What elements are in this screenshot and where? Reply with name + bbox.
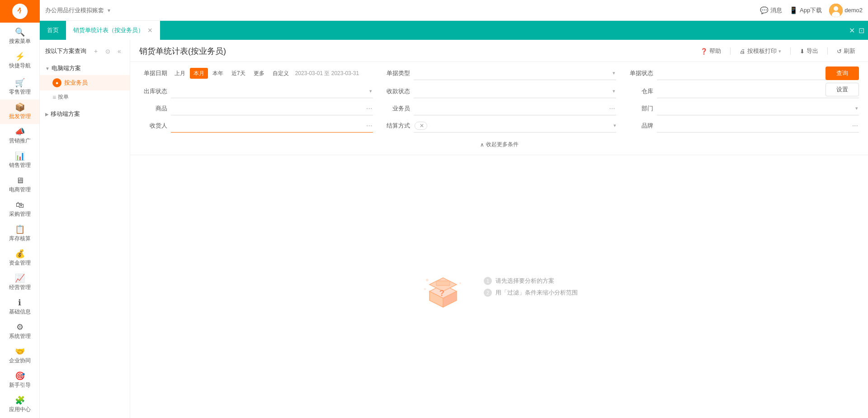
pc-chevron: ▼ [45, 66, 50, 71]
brand-control: ··· [657, 119, 859, 133]
tab-close-icon[interactable]: ✕ [147, 27, 153, 34]
sidebar-item-sales[interactable]: 📊 销售管理 [0, 148, 39, 173]
tab-close-window-icon[interactable]: ✕ [849, 26, 855, 35]
export-icon: ⬇ [800, 48, 805, 55]
settlement-tag-close[interactable]: ✕ [420, 123, 424, 129]
sidebar-item-wholesale[interactable]: 📦 批发管理 [0, 100, 39, 124]
brand-input[interactable] [657, 119, 859, 132]
help-button[interactable]: ❓ 帮助 [697, 45, 725, 57]
collapse-row: ∧ 收起更多条件 [130, 136, 868, 155]
sidebar-item-marketing[interactable]: 📣 营销推广 [0, 124, 39, 148]
template-print-button[interactable]: 🖨 按模板打印 ▾ [736, 45, 785, 57]
inventory-icon: 📋 [15, 225, 25, 233]
salesperson-filter-cell: 业务员 ··· [382, 102, 616, 115]
pc-section-header[interactable]: ▼ 电脑端方案 [40, 62, 130, 75]
tab-restore-icon[interactable]: ⊡ [859, 26, 864, 35]
sidebar-item-finance[interactable]: 💰 资金管理 [0, 246, 39, 271]
header-sep-3 [827, 48, 828, 55]
date-btn-last-month[interactable]: 上月 [171, 68, 189, 79]
left-panel: 按以下方案查询 + ⊙ « ▼ 电脑端方案 ● 按业务员 ≡ 按 [40, 40, 130, 418]
avatar-circle [829, 4, 843, 17]
sidebar-marketing-label: 营销推广 [9, 137, 31, 145]
user-avatar[interactable]: demo2 [829, 4, 863, 17]
salesperson-dots-icon[interactable]: ··· [609, 104, 615, 113]
topbar-dropdown-icon[interactable]: ▾ [108, 7, 110, 14]
date-btn-more[interactable]: 更多 [250, 68, 268, 79]
brand-dots-icon[interactable]: ··· [852, 122, 858, 130]
export-button[interactable]: ⬇ 导出 [796, 45, 822, 57]
doc-type-label: 单据类型 [382, 69, 414, 77]
tree-item-salesperson[interactable]: ● 按业务员 [40, 75, 130, 90]
sidebar-item-purchase[interactable]: 🛍 采购管理 [0, 197, 39, 222]
tabbar-right: ✕ ⊡ [849, 26, 868, 35]
svg-point-11 [426, 279, 429, 281]
sidebar-item-guide[interactable]: 🎯 新手引导 [0, 368, 39, 393]
sidebar-search[interactable]: 🔍 搜索菜单 [0, 24, 39, 49]
add-scheme-button[interactable]: + [91, 46, 101, 56]
doc-type-input[interactable] [414, 66, 616, 80]
collapse-label: 收起更多条件 [486, 141, 519, 148]
brand-filter-cell: 品牌 ··· [625, 119, 859, 133]
recv-status-input[interactable] [414, 85, 616, 98]
sidebar-retail-label: 零售管理 [9, 88, 31, 96]
date-btn-this-month[interactable]: 本月 [190, 68, 208, 79]
goods-dots-icon[interactable]: ··· [366, 104, 372, 113]
edit-scheme-button[interactable]: ⊙ [103, 46, 113, 56]
topbar-actions: 💬 消息 📱 App下载 demo2 [760, 4, 863, 17]
marketing-icon: 📣 [15, 128, 25, 136]
sidebar-inventory-label: 库存核算 [9, 235, 31, 242]
mobile-section-header[interactable]: ▶ 移动端方案 [40, 107, 130, 121]
sidebar-item-system[interactable]: ⚙ 系统管理 [0, 319, 39, 344]
dept-input[interactable] [657, 102, 859, 115]
sidebar-purchase-label: 采购管理 [9, 210, 31, 218]
doc-status-label: 单据状态 [625, 69, 657, 77]
sidebar-shortcut[interactable]: ⚡ 快捷导航 [0, 49, 39, 73]
app-download-button[interactable]: 📱 App下载 [789, 6, 822, 14]
sidebar-item-retail[interactable]: 🛒 零售管理 [0, 75, 39, 100]
tab-home[interactable]: 首页 [40, 21, 66, 40]
sidebar-item-operation[interactable]: 📈 经营管理 [0, 271, 39, 295]
refresh-button[interactable]: ↺ 刷新 [833, 45, 859, 57]
sidebar-item-collab[interactable]: 🤝 企业协同 [0, 344, 39, 368]
collapse-button[interactable]: ∧ 收起更多条件 [476, 138, 522, 151]
receiver-control: ··· [171, 119, 373, 133]
warehouse-label: 仓库 [625, 87, 657, 95]
date-btn-last7[interactable]: 近7天 [228, 68, 249, 79]
empty-tip-2: 2 用「过滤」条件来缩小分析范围 [484, 289, 578, 297]
message-icon: 💬 [760, 6, 769, 14]
message-button[interactable]: 💬 消息 [760, 6, 782, 14]
settlement-arrow-icon: ▾ [613, 123, 616, 128]
filter-right-buttons: 查询 设置 [826, 66, 859, 96]
sales-icon: 📊 [15, 152, 25, 160]
sidebar-item-ecom[interactable]: 🖥 电商管理 [0, 173, 39, 197]
tree-item-order[interactable]: ≡ 按单 [40, 90, 130, 104]
left-panel-title: 按以下方案查询 [45, 47, 86, 55]
right-panel: 销货单统计表(按业务员) ❓ 帮助 🖨 按模板打印 ▾ [130, 40, 868, 418]
settlement-control: ✕ ▾ [414, 119, 616, 133]
date-btn-this-year[interactable]: 本年 [209, 68, 227, 79]
query-button[interactable]: 查询 [826, 66, 859, 80]
sidebar-item-basic[interactable]: ℹ 基础信息 [0, 295, 39, 319]
salesperson-control: ··· [414, 102, 616, 115]
setting-button[interactable]: 设置 [826, 83, 859, 96]
collapse-panel-button[interactable]: « [114, 46, 124, 56]
salesperson-input[interactable] [414, 102, 616, 115]
goods-input[interactable] [171, 102, 373, 115]
date-btn-custom[interactable]: 自定义 [269, 68, 292, 79]
goods-filter-cell: 商品 ··· [139, 102, 373, 115]
dept-filter-cell: 部门 ▾ [625, 102, 859, 115]
sidebar-item-appstore[interactable]: 🧩 应用中心 [0, 393, 39, 417]
brand-logo [12, 4, 28, 19]
svg-marker-9 [436, 281, 450, 285]
receiver-input[interactable] [171, 119, 373, 132]
filter-row-4: 收货人 ··· 结算方式 [130, 119, 868, 136]
recv-status-filter-cell: 收款状态 ▾ [382, 85, 616, 98]
tab-report[interactable]: 销货单统计表（按业务员） ✕ [66, 21, 160, 40]
dept-control: ▾ [657, 102, 859, 115]
retail-icon: 🛒 [15, 79, 25, 87]
username-label: demo2 [844, 7, 863, 14]
sidebar-item-inventory[interactable]: 📋 库存核算 [0, 222, 39, 246]
date-range-text: 2023-03-01 至 2023-03-31 [295, 70, 359, 77]
receiver-dots-icon[interactable]: ··· [366, 122, 372, 130]
out-status-input[interactable] [171, 85, 373, 98]
